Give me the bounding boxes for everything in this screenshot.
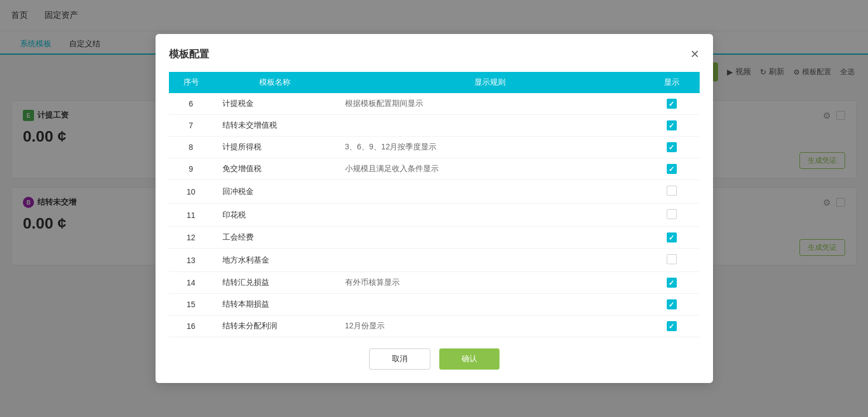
table-body: 6计提税金根据模板配置期间显示7结转未交增值税8计提所得税3、6、9、12月按季… <box>169 93 700 337</box>
cell-name: 免交增值税 <box>214 158 336 180</box>
cell-id: 13 <box>169 249 214 272</box>
cell-name: 结转未交增值税 <box>214 115 336 137</box>
table-row: 7结转未交增值税 <box>169 115 700 137</box>
cell-rule: 小规模且满足收入条件显示 <box>336 158 644 180</box>
cell-checkbox <box>644 316 700 337</box>
template-config-modal: 模板配置 ✕ 序号 模板名称 显示规则 显示 6计提税金根据模板配置期间显示7结… <box>156 34 713 383</box>
checkbox-15[interactable] <box>667 299 677 309</box>
cell-checkbox <box>644 158 700 180</box>
th-name: 模板名称 <box>214 72 336 93</box>
cell-rule: 12月份显示 <box>336 316 644 337</box>
cell-rule: 根据模板配置期间显示 <box>336 93 644 115</box>
cell-id: 16 <box>169 316 214 337</box>
cell-id: 14 <box>169 272 214 294</box>
cell-id: 11 <box>169 203 214 227</box>
modal-close-button[interactable]: ✕ <box>690 49 700 60</box>
checkbox-6[interactable] <box>667 99 677 109</box>
cell-rule: 有外币核算显示 <box>336 272 644 294</box>
table-row: 15结转本期损益 <box>169 294 700 316</box>
cell-rule <box>336 249 644 272</box>
cell-checkbox <box>644 272 700 294</box>
modal-footer: 取消 确认 <box>169 348 700 370</box>
th-show: 显示 <box>644 72 700 93</box>
cell-rule <box>336 203 644 227</box>
cell-name: 结转汇兑损益 <box>214 272 336 294</box>
th-rule: 显示规则 <box>336 72 644 93</box>
cell-rule <box>336 115 644 137</box>
confirm-button[interactable]: 确认 <box>439 348 500 370</box>
table-scroll-container[interactable]: 序号 模板名称 显示规则 显示 6计提税金根据模板配置期间显示7结转未交增值税8… <box>169 72 700 337</box>
checkbox-12[interactable] <box>667 232 677 243</box>
table-row: 9免交增值税小规模且满足收入条件显示 <box>169 158 700 180</box>
checkbox-11[interactable] <box>667 209 677 219</box>
modal-title: 模板配置 <box>169 47 209 61</box>
modal-header: 模板配置 ✕ <box>169 47 700 61</box>
cell-name: 计提税金 <box>214 93 336 115</box>
cell-rule <box>336 294 644 316</box>
cell-id: 10 <box>169 180 214 203</box>
table-row: 14结转汇兑损益有外币核算显示 <box>169 272 700 294</box>
cell-checkbox <box>644 115 700 137</box>
th-index: 序号 <box>169 72 214 93</box>
table-row: 16结转未分配利润12月份显示 <box>169 316 700 337</box>
cell-rule <box>336 180 644 203</box>
cell-id: 8 <box>169 137 214 158</box>
cell-name: 计提所得税 <box>214 137 336 158</box>
table-header-row: 序号 模板名称 显示规则 显示 <box>169 72 700 93</box>
table-row: 8计提所得税3、6、9、12月按季度显示 <box>169 137 700 158</box>
table-row: 12工会经费 <box>169 227 700 249</box>
cell-id: 6 <box>169 93 214 115</box>
checkbox-14[interactable] <box>667 278 677 288</box>
cell-name: 结转未分配利润 <box>214 316 336 337</box>
table-row: 13地方水利基金 <box>169 249 700 272</box>
checkbox-10[interactable] <box>667 186 677 196</box>
cell-name: 结转本期损益 <box>214 294 336 316</box>
cell-id: 12 <box>169 227 214 249</box>
table-row: 10回冲税金 <box>169 180 700 203</box>
cell-name: 地方水利基金 <box>214 249 336 272</box>
table-row: 6计提税金根据模板配置期间显示 <box>169 93 700 115</box>
cell-checkbox <box>644 249 700 272</box>
cell-rule: 3、6、9、12月按季度显示 <box>336 137 644 158</box>
checkbox-13[interactable] <box>667 254 677 264</box>
cell-checkbox <box>644 203 700 227</box>
cell-checkbox <box>644 137 700 158</box>
cell-checkbox <box>644 227 700 249</box>
cell-id: 9 <box>169 158 214 180</box>
cell-name: 工会经费 <box>214 227 336 249</box>
cell-checkbox <box>644 180 700 203</box>
cell-id: 7 <box>169 115 214 137</box>
modal-overlay: 模板配置 ✕ 序号 模板名称 显示规则 显示 6计提税金根据模板配置期间显示7结… <box>0 0 868 417</box>
table-row: 11印花税 <box>169 203 700 227</box>
cell-name: 回冲税金 <box>214 180 336 203</box>
checkbox-7[interactable] <box>667 120 677 130</box>
cell-checkbox <box>644 93 700 115</box>
checkbox-8[interactable] <box>667 142 677 152</box>
checkbox-16[interactable] <box>667 321 677 331</box>
checkbox-9[interactable] <box>667 164 677 174</box>
config-table: 序号 模板名称 显示规则 显示 6计提税金根据模板配置期间显示7结转未交增值税8… <box>169 72 700 337</box>
cell-id: 15 <box>169 294 214 316</box>
cell-name: 印花税 <box>214 203 336 227</box>
cell-rule <box>336 227 644 249</box>
cell-checkbox <box>644 294 700 316</box>
cancel-button[interactable]: 取消 <box>369 348 430 370</box>
